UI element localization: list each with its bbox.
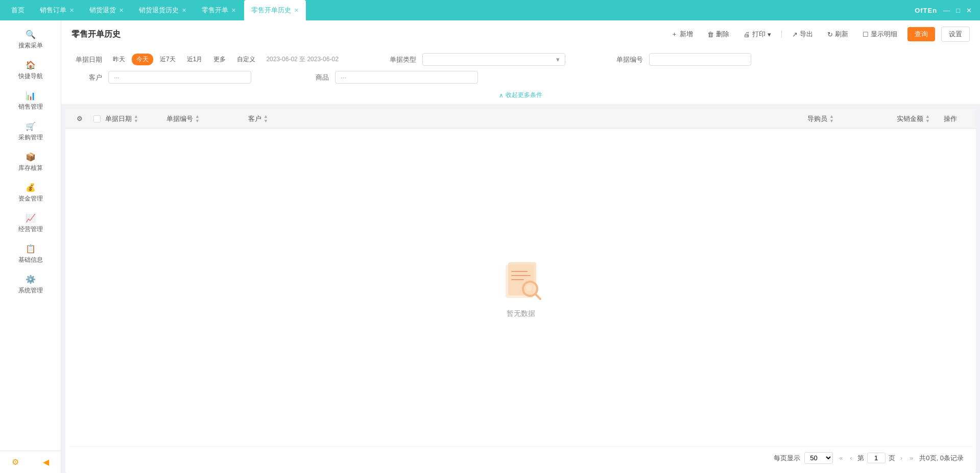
- filter-row-customer: 客户 ··· 商品 ···: [71, 71, 970, 84]
- col-setting[interactable]: ⚙: [70, 115, 89, 122]
- col-order-num-sort[interactable]: ▲▼: [195, 114, 200, 123]
- chevron-up-icon: ∧: [499, 92, 504, 99]
- basic-icon: 📋: [26, 244, 36, 254]
- select-all-checkbox[interactable]: [93, 115, 101, 122]
- date-btn-1month[interactable]: 近1月: [182, 54, 207, 65]
- collapse-more-btn[interactable]: ∧ 收起更多条件: [71, 89, 970, 105]
- tab-sales-order-close[interactable]: ✕: [69, 7, 74, 14]
- main-layout: 🔍 搜索采单 🏠 快捷导航 📊 销售管理 🛒 采购管理 📦 库存核算 💰 资金管…: [0, 20, 980, 473]
- add-button[interactable]: ＋ 新增: [667, 28, 697, 41]
- col-order-num: 单据编号 ▲▼: [166, 114, 248, 123]
- first-page-btn[interactable]: «: [837, 453, 845, 463]
- column-settings-icon[interactable]: ⚙: [77, 115, 83, 122]
- sidebar-item-sales[interactable]: 📊 销售管理: [0, 86, 61, 116]
- tab-retail-history[interactable]: 零售开单历史 ✕: [244, 0, 306, 20]
- nav-tabs: 首页 销售订单 ✕ 销货退货 ✕ 销货退货历史 ✕ 零售开单 ✕ 零售开单历史 …: [4, 0, 915, 20]
- tab-sales-return-close[interactable]: ✕: [119, 7, 124, 14]
- per-page-select[interactable]: 50 100 200: [804, 452, 833, 464]
- print-button[interactable]: 🖨 打印 ▾: [739, 28, 775, 41]
- sidebar-item-system-label: 系统管理: [18, 286, 43, 295]
- print-label: 打印: [752, 30, 766, 39]
- col-guide-sort[interactable]: ▲▼: [829, 114, 834, 123]
- col-amount-label: 实销金额: [897, 114, 923, 123]
- table-container: ⚙ 单据日期 ▲▼ 单据编号 ▲▼ 客户 ▲▼ 导购员: [65, 109, 976, 473]
- page-input[interactable]: [867, 453, 886, 463]
- export-button[interactable]: ↗ 导出: [788, 28, 817, 41]
- sidebar-item-basic[interactable]: 📋 基础信息: [0, 239, 61, 269]
- export-label: 导出: [800, 30, 813, 39]
- purchase-icon: 🛒: [26, 121, 36, 131]
- col-date-label: 单据日期: [105, 114, 132, 123]
- last-page-btn[interactable]: »: [907, 453, 915, 463]
- tab-retail-open[interactable]: 零售开单 ✕: [195, 0, 243, 20]
- sidebar-item-system[interactable]: ⚙️ 系统管理: [0, 269, 61, 300]
- print-dropdown-icon: ▾: [768, 31, 771, 38]
- next-page-btn[interactable]: ›: [898, 453, 904, 463]
- maximize-button[interactable]: □: [956, 7, 960, 14]
- product-label: 商品: [298, 73, 329, 82]
- col-customer-sort[interactable]: ▲▼: [264, 114, 268, 123]
- sidebar-item-operation[interactable]: 📈 经营管理: [0, 208, 61, 239]
- page-label: 页: [889, 454, 895, 463]
- settings-button[interactable]: 设置: [941, 27, 970, 42]
- date-btn-7days[interactable]: 近7天: [155, 54, 180, 65]
- col-check[interactable]: [89, 115, 105, 122]
- query-button[interactable]: 查询: [907, 27, 935, 41]
- delete-button[interactable]: 🗑 删除: [703, 28, 733, 41]
- tab-sales-order[interactable]: 销售订单 ✕: [33, 0, 81, 20]
- dropdown-chevron-icon: ▾: [556, 56, 560, 63]
- sidebar-bottom: ⚙ ◀: [0, 451, 61, 473]
- product-input[interactable]: ···: [335, 71, 478, 84]
- col-customer: 客户 ▲▼: [248, 114, 807, 123]
- minimize-button[interactable]: —: [943, 7, 950, 14]
- tab-sales-return-history[interactable]: 销货退货历史 ✕: [132, 0, 194, 20]
- display-toggle[interactable]: ☐ 显示明细: [858, 28, 901, 41]
- tab-sales-return[interactable]: 销货退货 ✕: [82, 0, 131, 20]
- settings-label: 设置: [949, 30, 962, 39]
- order-type-select[interactable]: ▾: [422, 53, 565, 66]
- order-num-input[interactable]: [649, 53, 751, 66]
- svg-line-6: [535, 294, 540, 299]
- tab-retail-history-close[interactable]: ✕: [294, 7, 299, 14]
- date-btn-today[interactable]: 今天: [132, 54, 153, 65]
- refresh-button[interactable]: ↻ 刷新: [823, 28, 852, 41]
- delete-label: 删除: [716, 30, 729, 39]
- page-summary: 共0页, 0条记录: [919, 454, 964, 463]
- tab-retail-history-label: 零售开单历史: [251, 6, 291, 15]
- sidebar-item-inventory[interactable]: 📦 库存核算: [0, 147, 61, 178]
- date-filter-btns: 昨天 今天 近7天 近1月 更多 自定义: [108, 54, 260, 65]
- tab-home[interactable]: 首页: [4, 0, 32, 20]
- col-date-sort[interactable]: ▲▼: [134, 114, 138, 123]
- close-button[interactable]: ✕: [966, 7, 972, 14]
- sales-icon: 📊: [26, 91, 36, 101]
- sidebar-item-nav-label: 快捷导航: [18, 72, 43, 81]
- date-btn-more[interactable]: 更多: [209, 54, 230, 65]
- prev-page-btn[interactable]: ‹: [848, 453, 854, 463]
- sidebar-item-purchase[interactable]: 🛒 采购管理: [0, 116, 61, 147]
- sidebar-item-finance[interactable]: 💰 资金管理: [0, 178, 61, 208]
- delete-icon: 🗑: [707, 31, 714, 38]
- empty-text: 暂无数据: [507, 309, 535, 318]
- sidebar-item-nav[interactable]: 🏠 快捷导航: [0, 55, 61, 86]
- add-icon: ＋: [671, 30, 678, 39]
- refresh-label: 刷新: [835, 30, 848, 39]
- col-amount-sort[interactable]: ▲▼: [925, 114, 930, 123]
- system-icon: ⚙️: [26, 275, 36, 284]
- tab-sales-return-label: 销货退货: [89, 6, 116, 15]
- svg-point-7: [526, 285, 532, 291]
- sidebar-collapse-btn[interactable]: ◀: [39, 455, 53, 469]
- date-btn-yesterday[interactable]: 昨天: [108, 54, 130, 65]
- col-action-label: 操作: [944, 114, 957, 123]
- sidebar-item-search[interactable]: 🔍 搜索采单: [0, 24, 61, 55]
- pagination: 每页显示 50 100 200 « ‹ 第 页 › » 共0页, 0条记录: [69, 446, 972, 469]
- tab-sales-return-history-close[interactable]: ✕: [182, 7, 186, 14]
- page-label-pre: 第: [857, 454, 864, 463]
- tab-retail-open-close[interactable]: ✕: [231, 7, 236, 14]
- sidebar-settings-btn[interactable]: ⚙: [8, 455, 23, 469]
- col-guide: 导购员 ▲▼: [807, 114, 869, 123]
- filter-row-date: 单据日期 昨天 今天 近7天 近1月 更多 自定义 2023-06-02 至 2…: [71, 53, 970, 66]
- date-btn-custom[interactable]: 自定义: [232, 54, 260, 65]
- customer-input[interactable]: ···: [108, 71, 251, 84]
- col-order-num-label: 单据编号: [166, 114, 193, 123]
- finance-icon: 💰: [26, 183, 36, 192]
